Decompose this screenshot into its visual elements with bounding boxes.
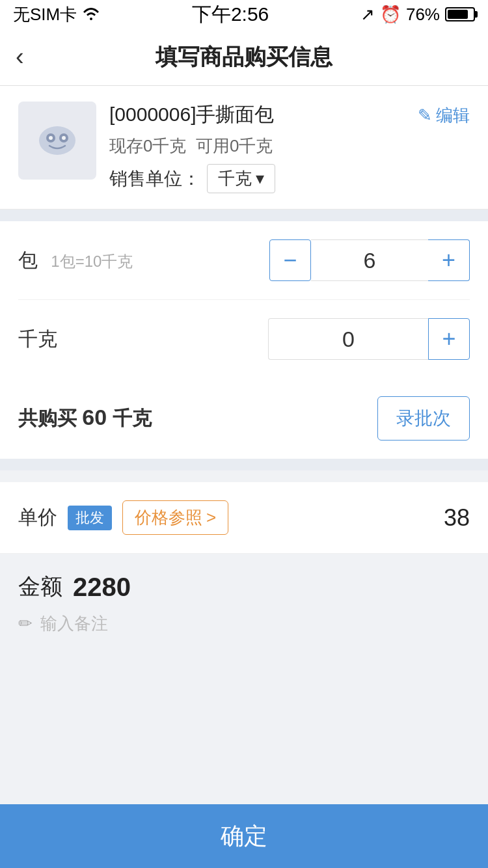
location-icon: ↗ [360,5,375,25]
status-bar: 无SIM卡 下午2:56 ↗ ⏰ 76% [0,0,488,29]
note-placeholder: 输入备注 [40,612,108,635]
svg-point-0 [39,126,75,155]
bag-qty-input[interactable] [311,239,428,281]
alarm-icon: ⏰ [380,5,401,25]
battery-icon [445,7,475,21]
bag-qty-control: − + [269,239,470,281]
edit-icon: ✎ [418,105,432,126]
product-thumbnail [18,102,96,180]
section-divider-2 [0,459,488,470]
back-button[interactable]: ‹ [16,43,24,71]
edit-button[interactable]: ✎ 编辑 [418,104,470,127]
status-left: 无SIM卡 [13,3,100,26]
amount-label: 金额 [18,572,62,602]
input-section: 包 1包=10千克 − + 千克 + [0,221,488,378]
kg-qty-control: + [268,318,470,360]
page-title: 填写商品购买信息 [156,42,332,72]
price-section: 单价 批发 价格参照 > 38 [0,482,488,554]
total-label: 共购买 60 千克 [18,405,152,432]
kg-plus-button[interactable]: + [428,318,470,360]
product-info: [0000006]手撕面包 现存0千克 可用0千克 销售单位： 千克 ▾ [109,102,470,193]
amount-section: 金额 2280 ✏ 输入备注 [0,554,488,651]
nav-bar: ‹ 填写商品购买信息 [0,29,488,86]
svg-point-4 [62,136,66,140]
kg-label: 千克 [18,326,268,353]
bag-hint: 1包=10千克 [51,252,133,270]
unit-label: 销售单位： [109,167,200,191]
bag-plus-button[interactable]: + [428,239,470,281]
unit-selector[interactable]: 千克 ▾ [207,164,275,193]
price-label: 单价 [18,504,57,531]
product-name: [0000006]手撕面包 [109,102,470,128]
confirm-button[interactable]: 确定 [221,821,267,852]
product-unit-row: 销售单位： 千克 ▾ [109,164,470,193]
svg-point-3 [49,136,53,140]
amount-value: 2280 [73,573,131,602]
wifi-icon [82,5,100,25]
batch-button[interactable]: 录批次 [377,396,470,441]
amount-row: 金额 2280 [18,572,470,602]
bag-input-row: 包 1包=10千克 − + [18,221,470,300]
price-ref-button[interactable]: 价格参照 > [122,500,228,535]
note-row[interactable]: ✏ 输入备注 [18,612,470,643]
kg-qty-input[interactable] [268,318,428,360]
kg-input-row: 千克 + [18,300,470,378]
total-row: 共购买 60 千克 录批次 [0,378,488,459]
bag-label: 包 1包=10千克 [18,247,269,274]
product-stock: 现存0千克 可用0千克 [109,135,470,157]
bag-minus-button[interactable]: − [269,239,311,281]
product-card: [0000006]手撕面包 现存0千克 可用0千克 销售单位： 千克 ▾ ✎ 编… [0,86,488,210]
status-time: 下午2:56 [192,1,269,28]
note-icon: ✏ [18,614,33,634]
price-value: 38 [444,504,470,532]
confirm-bar[interactable]: 确定 [0,804,488,868]
battery-percent: 76% [406,5,440,25]
section-divider-1 [0,210,488,221]
status-right: ↗ ⏰ 76% [360,5,475,25]
carrier-label: 无SIM卡 [13,3,77,26]
price-tag: 批发 [68,506,112,530]
